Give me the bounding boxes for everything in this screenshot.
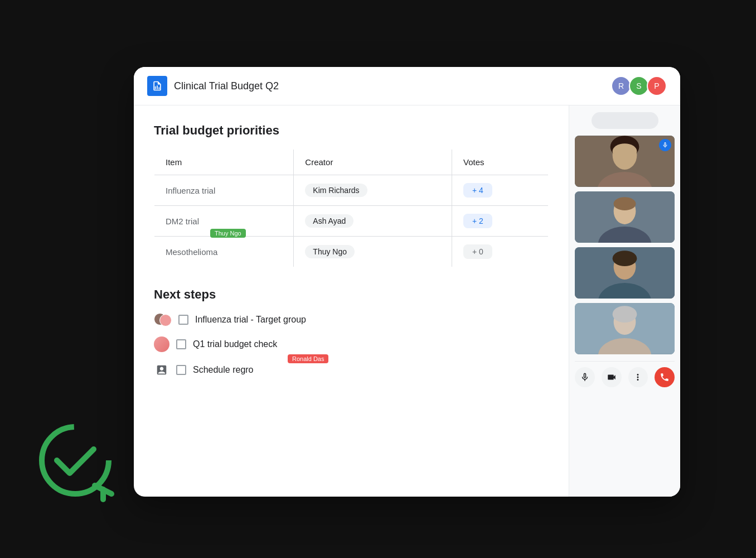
priorities-table: Item Creator Votes Influenza trial Kim R…: [154, 149, 549, 267]
header: Clinical Trial Budget Q2 R S P: [134, 67, 680, 105]
col-item: Item: [154, 150, 294, 175]
step-label-3: Schedule regro: [193, 365, 254, 375]
section2-title: Next steps: [154, 287, 549, 302]
svg-point-11: [614, 197, 636, 210]
svg-point-15: [613, 251, 637, 266]
task-add-icon: [154, 362, 169, 378]
steps-list: Influenza trial - Target group Q1 trial …: [154, 313, 549, 378]
creator-cell-1: Kim Richards: [294, 175, 452, 206]
cursor-tooltip-thuy: Thuy Ngo: [210, 229, 246, 238]
vote-cell-1: + 4: [452, 175, 548, 206]
vote-chip-2[interactable]: + 2: [463, 214, 492, 228]
checkbox-1[interactable]: [178, 315, 188, 325]
cursor-tooltip-ronald: Ronald Das: [288, 354, 328, 363]
creator-cell-3: Thuy Ngo: [294, 237, 452, 267]
svg-point-19: [613, 306, 637, 323]
svg-point-0: [42, 427, 109, 494]
video-tile-2: [575, 191, 675, 243]
list-item: Q1 trial budget check: [154, 336, 549, 352]
controls-bar: [575, 361, 675, 389]
mic-button[interactable]: [575, 367, 595, 387]
avatar-group: R S P: [613, 76, 667, 96]
list-item: Influenza trial - Target group: [154, 313, 549, 326]
video-search-bar: [592, 112, 658, 129]
more-button[interactable]: [628, 367, 648, 387]
doc-area: Trial budget priorities Item Creator Vot…: [134, 105, 569, 497]
checkbox-3[interactable]: [176, 365, 186, 375]
main-card: Clinical Trial Budget Q2 R S P Trial bud…: [134, 67, 680, 497]
video-tile-1: [575, 136, 675, 187]
vote-chip-3[interactable]: + 0: [463, 244, 492, 259]
checkbox-2[interactable]: [176, 339, 186, 349]
check-icon: [33, 413, 123, 502]
creator-cell-2: Ash Ayad: [294, 206, 452, 237]
list-item: Schedule regro Ronald Das: [154, 362, 549, 378]
doc-title: Clinical Trial Budget Q2: [174, 80, 613, 92]
table-row: Mesothelioma Thuy Ngo Thuy Ngo + 0: [154, 237, 549, 267]
avatar-s[interactable]: S: [629, 76, 649, 96]
content-area: Trial budget priorities Item Creator Vot…: [134, 105, 680, 497]
creator-chip-3: Thuy Ngo: [305, 245, 355, 258]
end-call-button[interactable]: [655, 367, 675, 387]
item-cell-3: Mesothelioma Thuy Ngo: [154, 237, 294, 267]
section1-title: Trial budget priorities: [154, 123, 549, 138]
vote-chip-1[interactable]: + 4: [463, 183, 492, 198]
video-panel: [569, 105, 680, 497]
step-avatar-group-1: [154, 313, 172, 326]
video-tile-4: [575, 303, 675, 354]
step-label-2: Q1 trial budget check: [193, 339, 277, 349]
doc-icon: [147, 76, 167, 96]
step-avatar-2: [154, 336, 169, 352]
item-label-3: Mesothelioma: [166, 247, 217, 257]
mic-active-indicator: [659, 139, 671, 151]
item-cell-1: Influenza trial: [154, 175, 294, 206]
avatar-p[interactable]: P: [647, 76, 667, 96]
step-label-1: Influenza trial - Target group: [195, 315, 306, 325]
vote-cell-2: + 2: [452, 206, 548, 237]
col-votes: Votes: [452, 150, 548, 175]
avatar-small-b: [159, 314, 172, 326]
svg-point-7: [613, 143, 637, 159]
creator-chip-2: Ash Ayad: [305, 214, 353, 228]
video-tile-3: [575, 247, 675, 299]
table-row: Influenza trial Kim Richards + 4: [154, 175, 549, 206]
creator-chip-1: Kim Richards: [305, 184, 367, 197]
scene: Clinical Trial Budget Q2 R S P Trial bud…: [0, 0, 756, 558]
avatar-r[interactable]: R: [611, 76, 631, 96]
col-creator: Creator: [294, 150, 452, 175]
camera-button[interactable]: [602, 367, 622, 387]
vote-cell-3: + 0: [452, 237, 548, 267]
